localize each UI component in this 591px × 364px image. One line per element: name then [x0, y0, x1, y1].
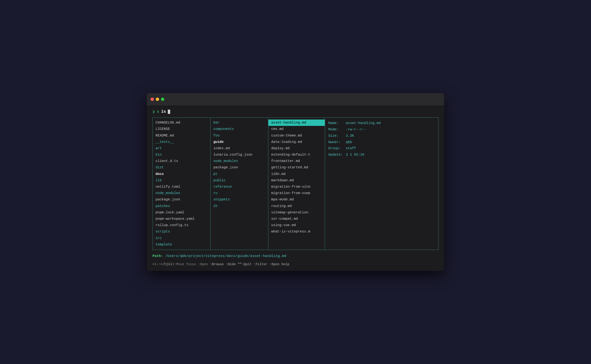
list-item[interactable]: pnpm-workspace.yaml	[153, 216, 210, 222]
key-desc: :Filter	[254, 262, 268, 266]
list-item[interactable]: package.json	[210, 164, 268, 171]
list-item[interactable]: template	[153, 241, 210, 248]
key-desc: :Open	[198, 262, 208, 266]
detail-value: 3 1 02:16	[346, 152, 364, 158]
list-item[interactable]: components	[210, 126, 268, 132]
list-item[interactable]: netlify.toml	[153, 184, 210, 190]
detail-value: asset-handling.md	[346, 120, 381, 126]
key-desc: :Move focus	[174, 262, 196, 266]
prompt-arrow-icon: ❯	[153, 109, 155, 114]
column-docs: barcomponentsfooguideindex.mdlunaria.con…	[210, 118, 268, 250]
list-item[interactable]: migration-from-vite	[268, 184, 325, 190]
detail-row: Group: staff	[328, 145, 435, 152]
detail-value: 3.3K	[346, 133, 354, 139]
detail-row: Name: asset-handling.md	[328, 120, 435, 126]
list-item[interactable]: what-is-vitepress.m	[268, 228, 325, 235]
path-line: Path: /Users/qbb/project/vitepress/docs/…	[153, 253, 438, 259]
list-item[interactable]: using-vue.md	[268, 222, 325, 228]
detail-label: Owner:	[328, 139, 345, 145]
list-item[interactable]: bin	[153, 152, 210, 158]
list-item[interactable]: node_modules	[153, 190, 210, 196]
list-item[interactable]: migration-from-vuep	[268, 190, 325, 196]
detail-row: Owner: qbb	[328, 139, 435, 145]
column-detail: Name: asset-handling.mdMode: -rw-r--r--S…	[325, 118, 438, 250]
list-item[interactable]: foo	[210, 132, 268, 139]
path-value: /Users/qbb/project/vitepress/docs/guide/…	[165, 254, 286, 258]
detail-row: Update: 3 1 02:16	[328, 152, 435, 158]
list-item[interactable]: lib	[153, 177, 210, 184]
file-browser: CHANGELOG.mdLICENSEREADME.md__tests__art…	[153, 117, 438, 250]
list-item[interactable]: rollup.config.ts	[153, 222, 210, 228]
list-item[interactable]: node_modules	[210, 158, 268, 164]
detail-label: Mode:	[328, 126, 345, 133]
list-item[interactable]: pnpm-lock.yaml	[153, 209, 210, 216]
detail-label: Group:	[328, 145, 345, 152]
list-item[interactable]: getting-started.md	[268, 164, 325, 171]
detail-value: qbb	[346, 139, 352, 145]
list-item[interactable]: reference	[210, 184, 268, 190]
list-item[interactable]: deploy.md	[268, 145, 325, 152]
titlebar	[147, 93, 444, 105]
list-item[interactable]: src	[153, 235, 210, 241]
detail-label: Name:	[328, 120, 345, 126]
list-item[interactable]: patches	[153, 203, 210, 209]
list-item[interactable]: frontmatter.md	[268, 158, 325, 164]
key-desc: :Browse	[210, 262, 224, 266]
list-item[interactable]: LICENSE	[153, 126, 210, 132]
prompt-line: ❯ x ls	[153, 109, 438, 114]
prompt-command: ls	[161, 109, 166, 114]
key-desc: :Open help	[269, 262, 289, 266]
detail-label: Size:	[328, 133, 345, 139]
list-item[interactable]: asset-handling.md	[268, 119, 325, 126]
detail-row: Mode: -rw-r--r--	[328, 126, 435, 133]
list-item[interactable]: scripts	[153, 228, 210, 235]
list-item[interactable]: data-loading.md	[268, 139, 325, 145]
list-item[interactable]: art	[153, 145, 210, 152]
column-root: CHANGELOG.mdLICENSEREADME.md__tests__art…	[153, 118, 210, 250]
list-item[interactable]: mpa-mode.md	[268, 196, 325, 203]
list-item[interactable]: __tests__	[153, 139, 210, 145]
list-item[interactable]: extending-default-t	[268, 152, 325, 158]
list-item[interactable]: bar	[210, 119, 268, 126]
terminal-window: ❯ x ls CHANGELOG.mdLICENSEREADME.md__tes…	[147, 93, 444, 271]
keybindings-bar: <<↓↑>/hjkl>:Move focus :Open :Browse :Hi…	[153, 261, 438, 267]
list-item[interactable]: custom-theme.md	[268, 132, 325, 139]
list-item[interactable]: sitemap-generation.	[268, 209, 325, 216]
close-button[interactable]	[151, 98, 154, 101]
detail-value: staff	[346, 145, 356, 152]
list-item[interactable]: markdown.md	[268, 177, 325, 184]
list-item[interactable]: ru	[210, 190, 268, 196]
key-binding	[238, 262, 242, 266]
list-item[interactable]: ssr-compat.md	[268, 216, 325, 222]
detail-row: Size: 3.3K	[328, 133, 435, 139]
detail-value: -rw-r--r--	[346, 126, 366, 133]
list-item[interactable]: i18n.md	[268, 171, 325, 177]
list-item[interactable]: dist	[153, 164, 210, 171]
list-item[interactable]: public	[210, 177, 268, 184]
column-guide: asset-handling.mdcms.mdcustom-theme.mdda…	[268, 118, 325, 250]
key-desc: :Hide	[226, 262, 236, 266]
list-item[interactable]: pt	[210, 171, 268, 177]
list-item[interactable]: zh	[210, 203, 268, 209]
prompt-x-label: x	[157, 109, 159, 114]
prompt-cursor	[168, 110, 170, 114]
maximize-button[interactable]	[161, 98, 164, 101]
list-item[interactable]: docs	[153, 171, 210, 177]
detail-label: Update:	[328, 152, 345, 158]
list-item[interactable]: lunaria.config.json	[210, 152, 268, 158]
list-item[interactable]: client.d.ts	[153, 158, 210, 164]
list-item[interactable]: package.json	[153, 196, 210, 203]
key-desc: :Quit	[242, 262, 252, 266]
key-binding: <<↓↑>/hjkl>	[153, 262, 174, 266]
list-item[interactable]: CHANGELOG.md	[153, 119, 210, 126]
path-label: Path:	[153, 254, 163, 258]
terminal-body: ❯ x ls CHANGELOG.mdLICENSEREADME.md__tes…	[147, 105, 444, 271]
list-item[interactable]: routing.md	[268, 203, 325, 209]
list-item[interactable]: snippets	[210, 196, 268, 203]
minimize-button[interactable]	[156, 98, 159, 101]
list-item[interactable]: guide	[210, 139, 268, 145]
list-item[interactable]: cms.md	[268, 126, 325, 132]
list-item[interactable]: index.md	[210, 145, 268, 152]
list-item[interactable]: README.md	[153, 132, 210, 139]
